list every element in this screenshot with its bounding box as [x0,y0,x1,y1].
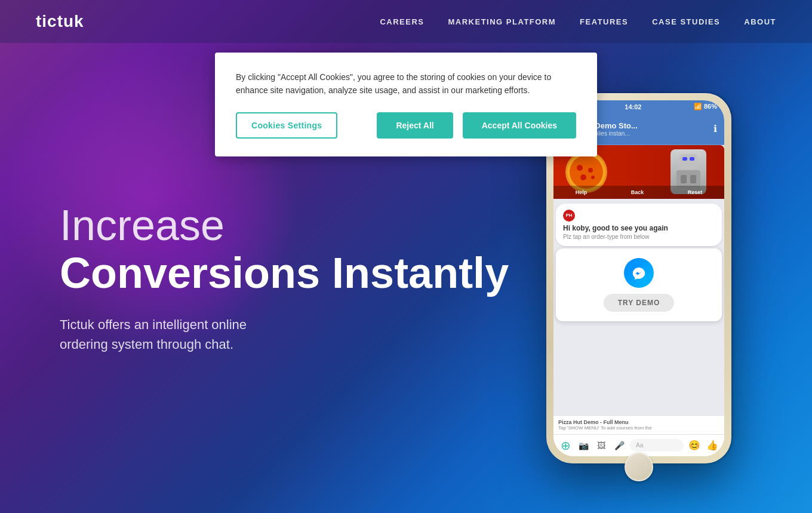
cookie-banner: By clicking "Accept All Cookies", you ag… [215,53,597,156]
cookie-text: By clicking "Accept All Cookies", you ag… [236,70,576,97]
reject-all-button[interactable]: Reject All [377,112,453,139]
cookie-overlay: By clicking "Accept All Cookies", you ag… [0,0,812,513]
cookie-buttons: Cookies Settings Reject All Accept All C… [236,112,576,139]
cookies-settings-button[interactable]: Cookies Settings [236,112,337,139]
accept-all-cookies-button[interactable]: Accept All Cookies [463,112,576,139]
